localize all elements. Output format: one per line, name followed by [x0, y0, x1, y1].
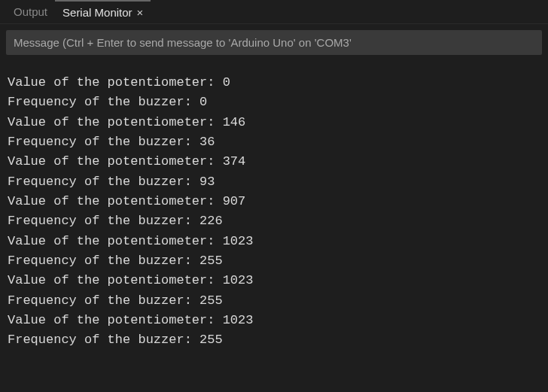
serial-console-output: Value of the potentiometer: 0Frequency o… — [0, 55, 548, 358]
console-line: Frequency of the buzzer: 226 — [8, 211, 540, 231]
console-line: Value of the potentiometer: 146 — [8, 113, 540, 132]
console-line: Value of the potentiometer: 907 — [8, 192, 540, 211]
tab-serial-monitor-label: Serial Monitor — [62, 6, 132, 19]
tabs-bar: Output Serial Monitor × — [0, 0, 548, 24]
console-line: Frequency of the buzzer: 255 — [8, 291, 540, 311]
console-line: Value of the potentiometer: 1023 — [8, 311, 540, 330]
console-line: Frequency of the buzzer: 255 — [8, 330, 540, 350]
tab-output-label: Output — [14, 5, 47, 18]
tab-serial-monitor[interactable]: Serial Monitor × — [55, 0, 151, 23]
tab-output[interactable]: Output — [6, 0, 55, 23]
console-line: Value of the potentiometer: 1023 — [8, 232, 540, 251]
console-line: Value of the potentiometer: 374 — [8, 152, 540, 172]
message-input[interactable]: Message (Ctrl + Enter to send message to… — [6, 30, 542, 55]
console-line: Value of the potentiometer: 1023 — [8, 271, 540, 290]
console-line: Frequency of the buzzer: 255 — [8, 251, 540, 271]
message-placeholder: Message (Ctrl + Enter to send message to… — [14, 36, 352, 49]
console-line: Value of the potentiometer: 0 — [8, 73, 540, 93]
console-line: Frequency of the buzzer: 93 — [8, 172, 540, 192]
console-line: Frequency of the buzzer: 0 — [8, 93, 540, 112]
console-line: Frequency of the buzzer: 36 — [8, 132, 540, 152]
close-icon[interactable]: × — [137, 7, 144, 18]
